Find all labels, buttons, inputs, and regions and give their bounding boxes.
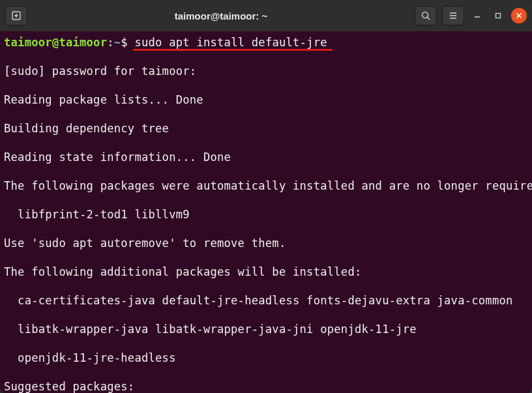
maximize-icon — [495, 12, 501, 19]
output-line: Use 'sudo apt autoremove' to remove them… — [4, 236, 528, 250]
output-line: libfprint-2-tod1 libllvm9 — [4, 207, 528, 222]
svg-rect-9 — [496, 14, 501, 18]
output-line: The following additional packages will b… — [4, 265, 528, 279]
close-button[interactable] — [511, 8, 527, 23]
new-tab-button[interactable] — [5, 6, 27, 25]
prompt-symbol: $ — [121, 36, 128, 49]
output-line: Reading package lists... Done — [4, 93, 528, 107]
command-text: sudo apt install default-jre — [134, 35, 327, 50]
minimize-icon — [474, 12, 480, 19]
new-tab-icon — [11, 10, 22, 21]
hamburger-icon — [448, 10, 458, 21]
minimize-button[interactable] — [469, 8, 485, 23]
output-line: Reading state information... Done — [4, 150, 528, 164]
red-underline-annotation — [133, 49, 332, 51]
maximize-button[interactable] — [490, 8, 506, 23]
output-line: Building dependency tree — [4, 121, 528, 136]
prompt-user-host: taimoor@taimoor — [4, 36, 107, 49]
output-line: Suggested packages: — [4, 379, 528, 393]
svg-point-3 — [422, 12, 428, 18]
menu-button[interactable] — [442, 6, 464, 25]
titlebar: taimoor@taimoor: ~ — [0, 0, 532, 31]
output-line: ca-certificates-java default-jre-headles… — [4, 293, 528, 308]
prompt-separator: : — [107, 36, 114, 49]
terminal-output[interactable]: taimoor@taimoor:~$ sudo apt install defa… — [0, 31, 532, 393]
output-line: openjdk-11-jre-headless — [4, 351, 528, 365]
window-title: taimoor@taimoor: ~ — [33, 10, 409, 22]
search-button[interactable] — [415, 6, 437, 25]
output-line: [sudo] password for taimoor: — [4, 64, 528, 78]
command-value: sudo apt install default-jre — [134, 36, 327, 49]
search-icon — [421, 10, 431, 21]
output-line: The following packages were automaticall… — [4, 179, 528, 193]
prompt-path: ~ — [114, 36, 121, 49]
output-line: libatk-wrapper-java libatk-wrapper-java-… — [4, 322, 528, 336]
close-icon — [516, 12, 522, 19]
svg-line-4 — [428, 18, 430, 20]
terminal-window: taimoor@taimoor: ~ — [0, 0, 532, 393]
